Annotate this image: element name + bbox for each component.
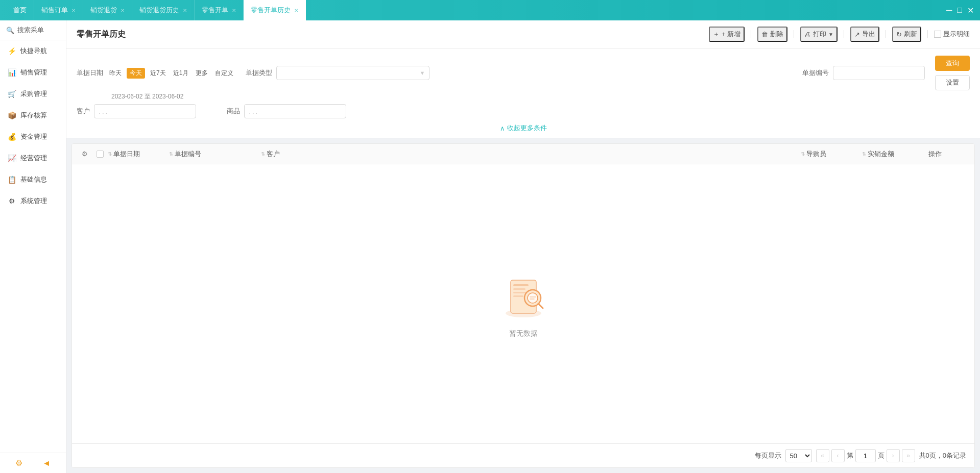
- page-number-input[interactable]: [855, 449, 876, 462]
- table-header: ⚙ ⇅ 单据日期 ⇅ 单据编号 ⇅ 客户 ⇅ 导购员: [72, 144, 974, 164]
- doctype-select[interactable]: ▼: [276, 66, 429, 80]
- sidebar-item-ops-mgmt[interactable]: 📈 经营管理: [0, 147, 66, 169]
- tab-retail-open[interactable]: 零售开单 ✕: [195, 0, 244, 20]
- filter-date-item: 单据日期 昨天 今天 近7天 近1月 更多 自定义: [77, 68, 235, 79]
- show-detail-checkbox[interactable]: [934, 31, 941, 38]
- next-page-btn[interactable]: ›: [887, 449, 900, 462]
- export-button[interactable]: ↗ 导出: [850, 27, 879, 42]
- date-label: 单据日期: [77, 68, 103, 78]
- col-action-label: 操作: [928, 150, 942, 159]
- delete-button[interactable]: 🗑 删除: [757, 27, 787, 42]
- date-options: 昨天 今天 近7天 近1月 更多 自定义: [107, 68, 235, 79]
- tab-sales-order-label: 销售订单: [41, 6, 68, 15]
- date-1month-btn[interactable]: 近1月: [171, 68, 191, 79]
- col-header-amount[interactable]: ⇅ 实销金额: [862, 150, 928, 159]
- doctype-label: 单据类型: [246, 68, 272, 78]
- sidebar-item-sales-mgmt-label: 销售管理: [20, 68, 47, 77]
- sidebar-item-purchase-mgmt-label: 采购管理: [20, 89, 47, 98]
- app-body: 🔍 搜索采单 ⚡ 快捷导航 📊 销售管理 🛒 采购管理 📦 库存核算 💰 资金管…: [0, 20, 980, 473]
- filter-customer-item: 客户 ...: [77, 104, 196, 118]
- sidebar-item-quick-nav[interactable]: ⚡ 快捷导航: [0, 40, 66, 62]
- close-btn[interactable]: ✕: [967, 6, 974, 15]
- page-header: 零售开单历史 ＋ + 新增 🗑 删除 🖨 打印 ▼: [66, 20, 980, 48]
- refresh-label: 刷新: [904, 30, 917, 39]
- date-range-text: 2023-06-02 至 2023-06-02: [111, 93, 183, 100]
- prev-page-btn[interactable]: ‹: [831, 449, 845, 462]
- checkbox-all[interactable]: [97, 151, 104, 158]
- ops-mgmt-icon: 📈: [7, 154, 16, 163]
- collapse-sidebar-btn[interactable]: ◄: [42, 459, 51, 468]
- product-input[interactable]: ...: [244, 104, 346, 118]
- tab-retail-open-close[interactable]: ✕: [232, 8, 236, 13]
- toolbar-divider-4: [886, 30, 886, 38]
- search-bill-label: 搜索采单: [17, 26, 44, 35]
- sidebar-item-inventory[interactable]: 📦 库存核算: [0, 105, 66, 126]
- col-header-action: 操作: [928, 150, 969, 159]
- tab-sales-order[interactable]: 销售订单 ✕: [34, 0, 83, 20]
- setting-button[interactable]: 设置: [935, 75, 970, 90]
- collapse-filter-btn[interactable]: ∧ 收起更多条件: [77, 123, 970, 133]
- date-range-display: 2023-06-02 至 2023-06-02: [111, 92, 970, 101]
- col-header-guide[interactable]: ⇅ 导购员: [801, 150, 862, 159]
- product-label: 商品: [227, 107, 240, 116]
- doctype-dropdown-icon: ▼: [419, 70, 425, 76]
- sidebar-item-basic-info[interactable]: 📋 基础信息: [0, 169, 66, 190]
- tab-retail-open-history[interactable]: 零售开单历史 ✕: [244, 0, 306, 20]
- filter-docnum-item: 单据编号: [802, 66, 925, 80]
- select-all-checkbox[interactable]: [92, 151, 108, 158]
- svg-rect-2: [513, 284, 529, 286]
- page-nav: « ‹ 第 页 › »: [816, 449, 915, 462]
- pagination: 每页显示 50 100 200 « ‹ 第 页 › » 共0页，0条记录: [72, 443, 974, 467]
- tab-sales-return-close[interactable]: ✕: [121, 8, 125, 13]
- date-custom-btn[interactable]: 自定义: [213, 68, 235, 79]
- table-area: ⚙ ⇅ 单据日期 ⇅ 单据编号 ⇅ 客户 ⇅ 导购员: [71, 143, 975, 468]
- last-page-btn[interactable]: »: [902, 449, 915, 462]
- tab-sales-return[interactable]: 销货退货 ✕: [83, 0, 132, 20]
- query-button[interactable]: 查询: [935, 56, 970, 71]
- add-button[interactable]: ＋ + 新增: [709, 27, 745, 42]
- toolbar-divider-1: [751, 30, 751, 38]
- svg-rect-5: [513, 295, 523, 297]
- sys-mgmt-icon: ⚙: [7, 196, 16, 206]
- filter-row-2: 客户 ... 商品 ...: [77, 104, 970, 118]
- sidebar-item-purchase-mgmt[interactable]: 🛒 采购管理: [0, 83, 66, 105]
- settings-gear-icon[interactable]: ⚙: [15, 458, 22, 468]
- toolbar-divider-2: [794, 30, 794, 38]
- date-7days-btn[interactable]: 近7天: [148, 68, 168, 79]
- tab-sales-return-history[interactable]: 销货退货历史 ✕: [132, 0, 195, 20]
- empty-icon: [498, 270, 549, 321]
- page-size-label: 每页显示: [755, 451, 781, 460]
- date-yesterday-btn[interactable]: 昨天: [107, 68, 124, 79]
- search-bill-btn[interactable]: 🔍 搜索采单: [0, 20, 66, 40]
- minimize-btn[interactable]: ─: [946, 6, 952, 15]
- tab-home[interactable]: 首页: [6, 0, 34, 20]
- svg-point-7: [528, 293, 538, 303]
- date-today-btn[interactable]: 今天: [127, 68, 145, 79]
- sidebar-item-finance-label: 资金管理: [20, 132, 47, 141]
- show-detail-toggle[interactable]: 显示明细: [934, 30, 970, 39]
- total-info: 共0页，0条记录: [919, 451, 966, 460]
- tab-sales-order-close[interactable]: ✕: [71, 8, 76, 13]
- tab-retail-open-history-close[interactable]: ✕: [294, 8, 298, 13]
- sidebar-item-sys-mgmt[interactable]: ⚙ 系统管理: [0, 190, 66, 212]
- sidebar-item-sales-mgmt[interactable]: 📊 销售管理: [0, 62, 66, 83]
- col-header-date[interactable]: ⇅ 单据日期: [108, 150, 169, 159]
- col-header-doc-num[interactable]: ⇅ 单据编号: [169, 150, 261, 159]
- tab-sales-return-history-close[interactable]: ✕: [183, 8, 187, 13]
- col-header-customer[interactable]: ⇅ 客户: [261, 150, 801, 159]
- col-doc-num-sort-icon: ⇅: [169, 151, 173, 157]
- customer-label: 客户: [77, 107, 90, 116]
- refresh-button[interactable]: ↻ 刷新: [892, 27, 921, 42]
- sidebar-item-finance[interactable]: 💰 资金管理: [0, 126, 66, 147]
- toolbar-divider-3: [844, 30, 844, 38]
- maximize-btn[interactable]: □: [957, 6, 962, 15]
- first-page-btn[interactable]: «: [816, 449, 829, 462]
- customer-input[interactable]: ...: [94, 104, 196, 118]
- col-amount-label: 实销金额: [868, 150, 894, 159]
- date-more-btn[interactable]: 更多: [194, 68, 210, 79]
- page-size-select[interactable]: 50 100 200: [785, 449, 812, 462]
- column-settings-btn[interactable]: ⚙: [77, 150, 92, 158]
- docnum-input[interactable]: [833, 66, 925, 80]
- finance-icon: 💰: [7, 132, 16, 141]
- print-button[interactable]: 🖨 打印 ▼: [800, 27, 838, 42]
